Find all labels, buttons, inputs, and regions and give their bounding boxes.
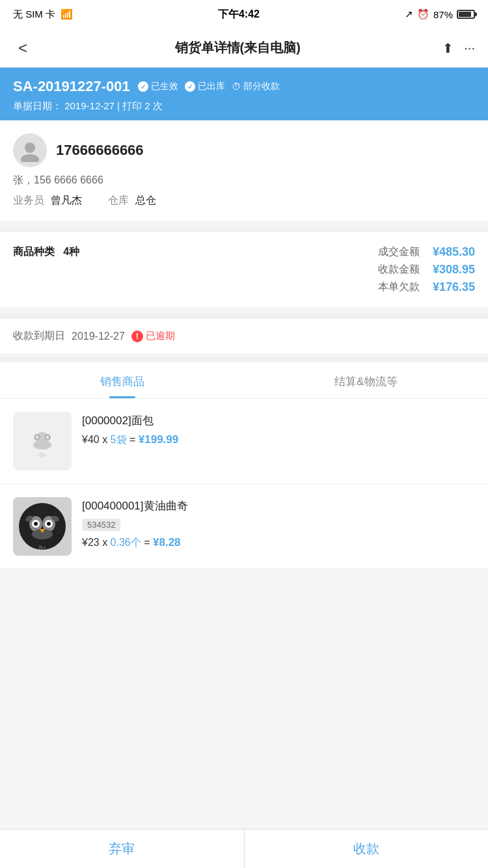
overdue-text: 已逾期 — [146, 330, 175, 342]
tab-settlement-label: 结算&物流等 — [334, 375, 397, 388]
svg-text:鸟+: 鸟+ — [38, 545, 46, 550]
confirm-button[interactable]: 收款 — [245, 830, 489, 868]
bread-total: ¥199.99 — [139, 433, 178, 446]
product-name-cookies: [000400001]黄油曲奇 — [82, 498, 475, 513]
divider-2 — [0, 314, 488, 319]
alarm-icon: ⏰ — [417, 8, 429, 20]
svg-point-15 — [47, 522, 51, 526]
cookies-total: ¥8.28 — [153, 536, 181, 549]
amount-value: ¥485.30 — [433, 245, 475, 259]
customer-id: 17666666666 — [56, 142, 144, 159]
svg-point-0 — [25, 142, 35, 153]
nav-actions: ⬆ ··· — [442, 40, 475, 56]
category-label: 商品种类 — [13, 246, 55, 257]
divider-3 — [0, 357, 488, 362]
cancel-label: 弃审 — [109, 840, 135, 858]
product-tag-cookies: 534532 — [82, 519, 120, 531]
product-image-cookies: 鸟+ — [13, 497, 72, 556]
due-date: 2019-12-27 — [72, 331, 125, 342]
battery-icon — [457, 10, 475, 19]
badge-partial: ⏱ 部分收款 — [232, 81, 280, 92]
received-value: ¥308.95 — [433, 263, 475, 277]
amount-label: 成交金额 — [378, 245, 420, 259]
status-badges: ✓ 已生效 ✓ 已出库 ⏱ 部分收款 — [138, 81, 280, 92]
badge-partial-label: 部分收款 — [243, 81, 280, 92]
due-label: 收款到期日 — [13, 329, 65, 343]
banner-date: 单据日期： 2019-12-27 | 打印 2 次 — [13, 100, 475, 113]
wifi-icon: 📶 — [61, 8, 73, 20]
overdue-icon: ! — [131, 331, 143, 342]
page-title: 销货单详情(来自电脑) — [33, 39, 442, 57]
more-button[interactable]: ··· — [464, 40, 475, 55]
cancel-button[interactable]: 弃审 — [0, 830, 245, 868]
order-id: SA-20191227-001 — [13, 78, 130, 95]
product-info-cookies: [000400001]黄油曲奇 534532 ¥23 x 0.36个 = ¥8.… — [82, 497, 475, 550]
svg-point-1 — [21, 154, 39, 162]
category-count: 4种 — [63, 246, 79, 257]
header-banner: SA-20191227-001 ✓ 已生效 ✓ 已出库 ⏱ 部分收款 单据日期：… — [0, 68, 488, 120]
print-info: | 打印 2 次 — [117, 100, 163, 111]
carrier-text: 无 SIM 卡 — [13, 8, 55, 21]
order-date: 2019-12-27 — [64, 100, 115, 111]
badge-shipped: ✓ 已出库 — [185, 81, 225, 92]
owed-value: ¥176.35 — [433, 280, 475, 294]
product-price-bread: ¥40 x 5袋 = ¥199.99 — [82, 433, 475, 447]
status-left: 无 SIM 卡 📶 — [13, 8, 73, 21]
svg-point-9 — [19, 503, 66, 550]
cookies-price: ¥23 — [82, 537, 100, 548]
status-right: ↗ ⏰ 87% — [405, 8, 475, 20]
received-label: 收款金额 — [378, 263, 420, 277]
check-icon-2: ✓ — [185, 81, 195, 92]
date-label: 单据日期： — [13, 100, 62, 111]
badge-shipped-label: 已出库 — [198, 81, 225, 92]
bottom-bar: 弃审 收款 — [0, 829, 488, 868]
owed-label: 本单欠款 — [378, 280, 420, 294]
bottom-spacer — [0, 569, 488, 615]
svg-point-14 — [34, 522, 38, 526]
tab-products-label: 销售商品 — [100, 375, 144, 388]
salesperson-item: 业务员 曾凡杰 — [13, 194, 82, 208]
customer-meta: 业务员 曾凡杰 仓库 总仓 — [13, 194, 475, 208]
check-icon: ✓ — [138, 81, 148, 92]
warehouse-label: 仓库 — [108, 194, 129, 208]
owed-row: 本单欠款 ¥176.35 — [378, 280, 475, 294]
battery-percent: 87% — [433, 9, 453, 20]
tab-settlement[interactable]: 结算&物流等 — [244, 362, 488, 398]
product-price-cookies: ¥23 x 0.36个 = ¥8.28 — [82, 536, 475, 550]
products-section: 鸟+ [0000002]面包 ¥40 x 5袋 = ¥199.99 — [0, 399, 488, 569]
category-info: 商品种类 4种 — [13, 245, 79, 259]
product-name-bread: [0000002]面包 — [82, 413, 475, 428]
due-section: 收款到期日 2019-12-27 ! 已逾期 — [0, 319, 488, 353]
product-item-bread: 鸟+ [0000002]面包 ¥40 x 5袋 = ¥199.99 — [0, 399, 488, 484]
customer-section: 17666666666 张，156 6666 6666 业务员 曾凡杰 仓库 总… — [0, 120, 488, 221]
tab-products[interactable]: 销售商品 — [0, 362, 244, 398]
svg-text:鸟+: 鸟+ — [38, 452, 47, 458]
status-time: 下午4:42 — [218, 8, 260, 21]
share-button[interactable]: ⬆ — [442, 40, 454, 56]
status-bar: 无 SIM 卡 📶 下午4:42 ↗ ⏰ 87% — [0, 0, 488, 29]
warehouse-item: 仓库 总仓 — [108, 194, 156, 208]
bread-qty: 5袋 — [111, 434, 127, 445]
product-item-cookies: 鸟+ [000400001]黄油曲奇 534532 ¥23 x 0.36个 = … — [0, 484, 488, 569]
tabs-section: 销售商品 结算&物流等 — [0, 362, 488, 399]
product-image-bread: 鸟+ — [13, 412, 72, 470]
customer-contact: 张，156 6666 6666 — [13, 174, 475, 187]
nav-bar: < 销货单详情(来自电脑) ⬆ ··· — [0, 29, 488, 68]
cookies-qty: 0.36个 — [111, 537, 141, 548]
received-row: 收款金额 ¥308.95 — [378, 263, 475, 277]
salesperson-label: 业务员 — [13, 194, 44, 208]
overdue-badge: ! 已逾期 — [131, 330, 175, 342]
amount-row: 成交金额 ¥485.30 — [378, 245, 475, 259]
back-button[interactable]: < — [13, 34, 33, 62]
svg-point-7 — [46, 436, 49, 439]
amounts: 成交金额 ¥485.30 收款金额 ¥308.95 本单欠款 ¥176.35 — [378, 245, 475, 294]
badge-activated-label: 已生效 — [151, 81, 178, 92]
badge-activated: ✓ 已生效 — [138, 81, 178, 92]
divider-1 — [0, 227, 488, 232]
location-icon: ↗ — [405, 8, 413, 20]
product-info-bread: [0000002]面包 ¥40 x 5袋 = ¥199.99 — [82, 412, 475, 447]
customer-top: 17666666666 — [13, 133, 475, 167]
svg-point-3 — [33, 441, 51, 450]
avatar — [13, 133, 47, 167]
clock-icon: ⏱ — [232, 81, 241, 92]
